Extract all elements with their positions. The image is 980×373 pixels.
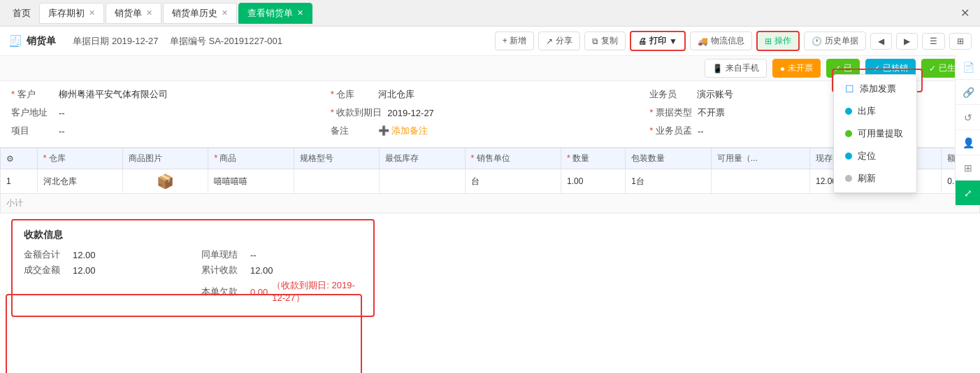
sold-icon: ✓: [873, 64, 880, 73]
dropdown-add-invoice[interactable]: ☐ 添加发票: [834, 78, 916, 100]
doc-title-text: 销货单: [27, 35, 56, 48]
tab-bar: 首页 库存期初 ✕ 销货单 ✕ 销货单历史 ✕ 查看销货单 ✕ ✕: [0, 0, 980, 27]
print-button[interactable]: 🖨 打印 ▼: [630, 31, 686, 51]
history-icon: 🕐: [812, 36, 822, 46]
form-group-note: 备注 ➕ 添加备注: [331, 125, 650, 137]
invoice-status-dot: ●: [780, 64, 785, 73]
sidebar-person-icon[interactable]: 👤: [956, 130, 980, 155]
customer-value: 柳州粤港平安气体有限公司: [59, 88, 168, 101]
sidebar-refresh-icon[interactable]: ↺: [956, 105, 980, 130]
product-thumbnail: 📦: [157, 174, 174, 189]
close-button[interactable]: ✕: [955, 3, 974, 23]
sidebar-expand-icon[interactable]: ⤢: [956, 181, 980, 206]
payment-cumulative-value: 12.00: [250, 265, 273, 276]
payment-total-label: 金额合计: [24, 248, 69, 261]
document-area: 🧾 销货单 单据日期 2019-12-27 单据编号 SA-20191227-0…: [0, 27, 980, 373]
phone-icon: 📱: [712, 64, 723, 73]
payment-col-left: 金额合计 12.00 成交金额 12.00: [24, 248, 185, 307]
form-group-due-date: 收款到期日 2019-12-27: [331, 106, 650, 119]
col-product: 商品: [208, 148, 294, 169]
new-button[interactable]: + 新增: [495, 31, 534, 50]
meta-date: 单据日期 2019-12-27: [73, 35, 159, 48]
logistics-button[interactable]: 🚚 物流信息: [690, 31, 752, 50]
tab-close-history[interactable]: ✕: [222, 8, 228, 17]
doc-meta: 单据日期 2019-12-27 单据编号 SA-20191227-001: [73, 35, 282, 48]
settings-icon: ⚙: [6, 154, 14, 164]
subtotal-label: 小计: [1, 194, 980, 213]
tab-sales-order[interactable]: 销货单 ✕: [106, 3, 161, 24]
tab-view-sales[interactable]: 查看销货单 ✕: [238, 3, 312, 24]
copy-button[interactable]: ⧉ 复制: [584, 31, 626, 50]
col-available: 可用量（...: [711, 148, 809, 169]
cell-no: 1: [1, 169, 38, 194]
share-button[interactable]: ↗ 分享: [538, 31, 580, 50]
note-label: 备注: [331, 125, 373, 137]
sidebar-document-icon[interactable]: 📄: [956, 55, 980, 80]
cell-quantity: 1.00: [561, 169, 626, 194]
customer-label: 客户: [11, 88, 53, 101]
tab-close-sales[interactable]: ✕: [146, 8, 152, 17]
tab-sales-history[interactable]: 销货单历史 ✕: [163, 3, 237, 24]
form-group-address: 客户地址 --: [11, 106, 331, 119]
dropdown-available-qty[interactable]: 可用量提取: [834, 122, 916, 145]
due-date-value: 2019-12-27: [387, 108, 471, 118]
operations-icon: ⊞: [765, 36, 772, 46]
tab-inventory-init[interactable]: 库存期初 ✕: [39, 3, 104, 24]
payment-transaction-label: 成交金额: [24, 264, 69, 276]
sidebar-table-icon[interactable]: ⊞: [956, 155, 980, 181]
col-settings: ⚙: [1, 148, 38, 169]
from-phone-button[interactable]: 📱 来自手机: [705, 59, 767, 78]
cell-spec: [294, 169, 379, 194]
sidebar-link-icon[interactable]: 🔗: [956, 80, 980, 105]
grid2-button[interactable]: ⊞: [949, 33, 972, 50]
tab-close-view-sales[interactable]: ✕: [297, 8, 303, 17]
payment-grid: 金额合计 12.00 成交金额 12.00 同单现结 -- 累计收款 12.00: [24, 248, 362, 307]
form-group-warehouse: 仓库 河北仓库: [331, 88, 650, 101]
dropdown-refresh[interactable]: 刷新: [834, 167, 916, 190]
meta-date-label: 单据日期: [73, 35, 109, 48]
invoice-status-button[interactable]: ● 未开票: [772, 59, 821, 78]
col-pack-qty: 包装数量: [626, 148, 711, 169]
form-group-employee: 业务员 演示账号: [649, 88, 969, 101]
cell-product: 嘻嘻嘻嘻: [208, 169, 294, 194]
dropdown-locate[interactable]: 定位: [834, 145, 916, 167]
cell-sales-unit: 台: [465, 169, 561, 194]
meta-no-value: SA-20191227-001: [209, 36, 283, 46]
nav-next-button[interactable]: ▶: [896, 33, 918, 50]
add-invoice-icon: ☐: [845, 83, 854, 94]
payment-outstanding-value: 0.00: [250, 287, 268, 297]
operations-button[interactable]: ⊞ 操作: [756, 31, 800, 51]
payment-same-order-label: 同单现结: [201, 248, 246, 261]
salesperson-label: 业务员孟: [649, 125, 692, 137]
nav-prev-button[interactable]: ◀: [870, 33, 892, 50]
address-value: --: [59, 108, 143, 118]
grid1-button[interactable]: ☰: [922, 33, 945, 50]
address-label: 客户地址: [11, 106, 53, 119]
dropdown-outbound[interactable]: 出库: [834, 100, 916, 122]
payment-transaction-row: 成交金额 12.00: [24, 264, 185, 276]
operations-dropdown: ☐ 添加发票 出库 可用量提取 定位 刷新: [833, 74, 917, 193]
employee-value: 演示账号: [697, 88, 781, 101]
payment-total-value: 12.00: [73, 250, 96, 260]
copy-icon: ⧉: [592, 36, 598, 46]
history-button[interactable]: 🕐 历史单据: [804, 31, 866, 50]
salesperson-value: --: [698, 126, 781, 136]
add-note-button[interactable]: ➕ 添加备注: [378, 125, 462, 137]
tab-home[interactable]: 首页: [6, 3, 38, 24]
meta-date-value: 2019-12-27: [112, 36, 159, 46]
warehouse-label: 仓库: [331, 88, 373, 101]
payment-title: 收款信息: [24, 229, 362, 241]
cell-pack-qty: 1台: [626, 169, 711, 194]
form-group-salesperson: 业务员孟 --: [649, 125, 969, 137]
logistics-icon: 🚚: [698, 36, 708, 46]
ticket-type-label: 票据类型: [649, 106, 692, 119]
form-group-project: 项目 --: [11, 125, 331, 137]
col-sales-unit: 销售单位: [465, 148, 561, 169]
ticket-type-value: 不开票: [698, 106, 781, 119]
tab-close-inventory[interactable]: ✕: [89, 8, 95, 17]
payment-outstanding-note: （收款到期日: 2019-12-27）: [272, 279, 362, 304]
check-icon: ✓: [834, 64, 841, 73]
print-icon: 🖨: [638, 36, 647, 46]
payment-outstanding-row: 本单欠款 0.00 （收款到期日: 2019-12-27）: [201, 279, 362, 304]
payment-box: 收款信息 金额合计 12.00 成交金额 12.00 同单现结 -- 累计收款: [11, 219, 375, 317]
